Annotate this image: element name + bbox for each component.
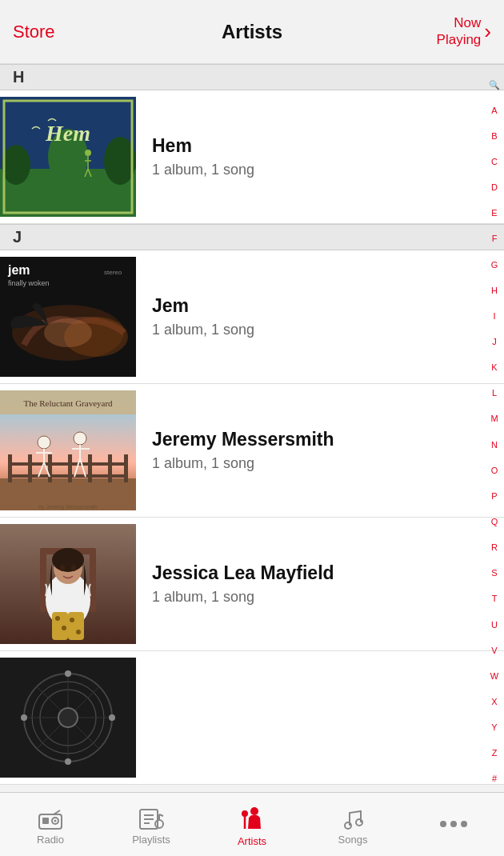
alpha-f[interactable]: F [492, 234, 498, 243]
artist-row-jem[interactable]: jem finally woken stereo Jem 1 album, 1 … [0, 250, 504, 384]
svg-text:jem: jem [7, 263, 30, 277]
page-title: Artists [77, 21, 427, 43]
svg-text:by Jeremy Messersmith: by Jeremy Messersmith [38, 504, 98, 510]
album-art-jeremy: The Reluctant Graveyard by Jeremy Messer… [0, 390, 136, 510]
app-header: Store Artists NowPlaying › [0, 0, 504, 64]
tab-radio-label: Radio [37, 834, 64, 846]
alpha-y[interactable]: Y [491, 723, 497, 732]
svg-point-79 [250, 807, 258, 815]
svg-rect-18 [28, 454, 32, 482]
tab-bar: Radio Playlists Artists [0, 792, 504, 856]
now-playing-button[interactable]: NowPlaying › [427, 15, 491, 48]
svg-point-2 [2, 145, 30, 185]
alpha-search[interactable]: 🔍 [489, 81, 500, 90]
album-art-hem: Hem [0, 97, 136, 217]
alpha-z[interactable]: Z [492, 749, 498, 758]
svg-point-62 [58, 708, 78, 727]
svg-point-48 [70, 618, 74, 622]
artists-icon [237, 806, 267, 832]
alpha-i[interactable]: I [493, 312, 495, 321]
alpha-o[interactable]: O [491, 466, 498, 475]
radio-icon [38, 808, 63, 830]
tab-playlists[interactable]: Playlists [101, 793, 202, 856]
svg-text:finally woken: finally woken [8, 279, 50, 287]
svg-rect-40 [40, 548, 46, 612]
svg-point-14 [44, 318, 92, 347]
svg-point-70 [54, 820, 57, 822]
svg-point-76 [155, 820, 163, 828]
tab-artists[interactable]: Artists [202, 793, 302, 856]
alpha-g[interactable]: G [491, 261, 498, 270]
artists-list: H Hem [0, 64, 504, 792]
alpha-n[interactable]: N [491, 441, 498, 450]
alpha-hash[interactable]: # [492, 774, 497, 783]
svg-point-7 [85, 150, 91, 156]
svg-rect-17 [8, 454, 12, 482]
album-art-jessica [0, 524, 136, 644]
alpha-a[interactable]: A [491, 106, 497, 115]
artist-row-jeremy[interactable]: The Reluctant Graveyard by Jeremy Messer… [0, 384, 504, 518]
svg-point-53 [71, 565, 76, 571]
alpha-q[interactable]: Q [491, 518, 498, 526]
album-art-jem: jem finally woken stereo [0, 257, 136, 377]
alpha-r[interactable]: R [491, 543, 498, 552]
svg-point-52 [60, 565, 65, 571]
artist-meta-hem: 1 album, 1 song [152, 162, 480, 178]
tab-songs-label: Songs [338, 834, 368, 846]
tab-songs[interactable]: Songs [302, 793, 403, 856]
svg-point-81 [242, 810, 248, 817]
tab-playlists-label: Playlists [132, 834, 170, 846]
alpha-d[interactable]: D [491, 183, 498, 192]
alpha-m[interactable]: M [490, 414, 498, 423]
playlists-icon [138, 808, 164, 830]
artist-row-fifth[interactable] [0, 651, 504, 785]
alpha-s[interactable]: S [491, 569, 497, 578]
artist-meta-jessica: 1 album, 1 song [152, 589, 480, 606]
alpha-c[interactable]: C [491, 158, 498, 166]
alpha-u[interactable]: U [491, 621, 498, 630]
tab-radio[interactable]: Radio [0, 793, 101, 856]
album-art-fifth [0, 658, 136, 778]
svg-point-66 [109, 714, 115, 721]
svg-rect-20 [68, 454, 72, 482]
tab-more[interactable] [403, 793, 504, 856]
svg-point-31 [74, 432, 86, 445]
more-dots-icon [440, 821, 467, 827]
svg-rect-25 [8, 474, 128, 478]
svg-point-46 [55, 616, 60, 621]
store-button[interactable]: Store [13, 22, 77, 42]
alpha-v[interactable]: V [491, 646, 497, 655]
alpha-w[interactable]: W [490, 672, 498, 681]
artist-name-jessica: Jessica Lea Mayfield [152, 562, 480, 584]
alpha-j[interactable]: J [492, 338, 497, 346]
artist-meta-jem: 1 album, 1 song [152, 322, 480, 338]
alpha-h[interactable]: H [491, 286, 498, 295]
alpha-t[interactable]: T [492, 594, 498, 603]
now-playing-label: NowPlaying [437, 15, 482, 48]
svg-point-51 [52, 548, 84, 572]
alpha-x[interactable]: X [491, 698, 497, 706]
alphabet-sidebar: 🔍 A B C D E F G H I J K L M N O P Q R S … [486, 72, 502, 792]
svg-point-26 [38, 436, 50, 449]
alpha-p[interactable]: P [491, 492, 497, 501]
artist-info-jeremy: Jeremy Messersmith 1 album, 1 song [152, 429, 480, 472]
alpha-e[interactable]: E [491, 209, 497, 218]
svg-text:Hem: Hem [45, 121, 90, 146]
artist-name-hem: Hem [152, 135, 480, 157]
artist-row-jessica[interactable]: Jessica Lea Mayfield 1 album, 1 song [0, 518, 504, 651]
svg-point-63 [65, 670, 71, 677]
chevron-right-icon: › [484, 19, 491, 44]
svg-text:stereo: stereo [104, 269, 122, 276]
artist-meta-jeremy: 1 album, 1 song [152, 455, 480, 472]
svg-point-49 [76, 630, 81, 634]
artist-name-jeremy: Jeremy Messersmith [152, 429, 480, 450]
artist-info-jem: Jem 1 album, 1 song [152, 295, 480, 338]
tab-artists-label: Artists [238, 835, 266, 847]
svg-rect-22 [108, 454, 112, 482]
section-header-j: J [0, 224, 504, 250]
svg-text:The Reluctant Graveyard: The Reluctant Graveyard [23, 398, 113, 408]
alpha-b[interactable]: B [491, 132, 497, 141]
alpha-k[interactable]: K [491, 363, 497, 372]
alpha-l[interactable]: L [492, 389, 497, 398]
artist-row-hem[interactable]: Hem Hem 1 album, 1 song [0, 90, 504, 224]
